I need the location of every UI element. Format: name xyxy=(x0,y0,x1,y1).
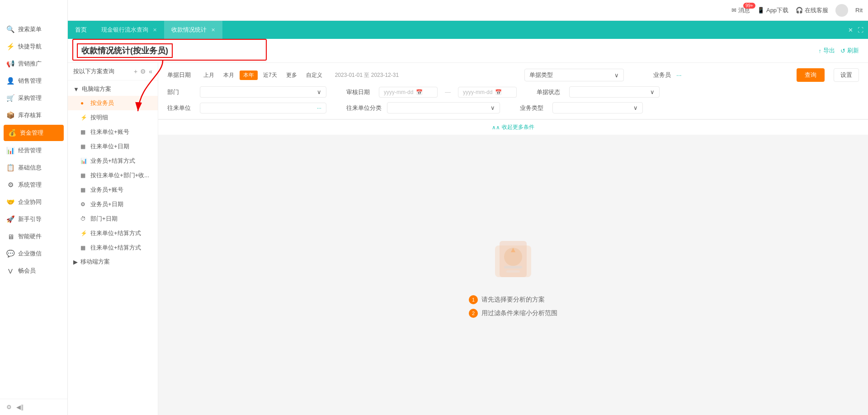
headset-icon: 🎧 xyxy=(796,7,803,14)
add-scheme-icon[interactable]: + xyxy=(134,68,137,75)
panel-header: 按以下方案查询 + ⚙ « xyxy=(68,63,158,80)
tab-home[interactable]: 首页 xyxy=(68,21,94,39)
sidebar-item-quick-nav[interactable]: ⚡快捷导航 xyxy=(0,38,67,55)
date-tab-this-year[interactable]: 本年 xyxy=(240,71,258,80)
date-tab-more[interactable]: 更多 xyxy=(283,71,301,80)
filter-row-1: 单据日期 上月 本月 本年 近7天 更多 自定义 2023-01-01 至 20… xyxy=(167,68,859,82)
sidebar-item-enterprise[interactable]: 🤝企业协同 xyxy=(0,193,67,211)
scheme-icon-9: ⚡ xyxy=(80,230,88,236)
expand-icon: ▼ xyxy=(73,86,79,93)
scheme-item-8[interactable]: ⏱部门+日期 xyxy=(68,212,158,226)
biz-type-label: 业务类型 xyxy=(520,104,547,112)
doc-type-chevron: ∨ xyxy=(614,72,619,79)
query-button[interactable]: 查询 xyxy=(797,68,825,82)
maximize-icon[interactable]: ⛶ xyxy=(858,27,863,33)
review-date-start[interactable]: yyyy-mm-dd 📅 xyxy=(379,87,438,98)
user-avatar[interactable] xyxy=(835,4,848,17)
sidebar-settings-icon[interactable]: ⚙ xyxy=(6,404,12,410)
scheme-item-5[interactable]: ▦按往来单位+部门+收... xyxy=(68,168,158,183)
tab-bar-right: ✕ ⛶ xyxy=(848,21,868,39)
refresh-icon: ↺ xyxy=(840,47,845,54)
sidebar-item-system[interactable]: ⚙系统管理 xyxy=(0,176,67,193)
sidebar-item-marketing[interactable]: 📢营销推广 xyxy=(0,55,67,72)
desktop-scheme-label: 电脑端方案 xyxy=(82,85,111,93)
search-menu-icon: 🔍 xyxy=(6,25,14,33)
message-action[interactable]: ✉ 消息 99+ xyxy=(731,6,750,14)
sidebar-item-basic-info[interactable]: 📋基础信息 xyxy=(0,159,67,176)
doc-status-select[interactable]: ∨ xyxy=(569,86,660,98)
collapse-bar[interactable]: ∧∧ 收起更多条件 xyxy=(158,119,868,135)
scheme-item-4[interactable]: 📊业务员+结算方式 xyxy=(68,154,158,168)
sidebar-item-wechat[interactable]: 💬企业微信 xyxy=(0,245,67,262)
staff-filter-label: 业务员 xyxy=(644,71,671,79)
capital-label: 资金管理 xyxy=(20,129,43,137)
filter-row-3: 往来单位 ··· 往来单位分类 ∨ 业务类型 ∨ xyxy=(167,102,859,113)
staff-more-icon[interactable]: ··· xyxy=(676,71,682,79)
sidebar-item-guide[interactable]: 🚀新手引导 xyxy=(0,211,67,228)
scheme-icon-3: ▦ xyxy=(80,143,88,150)
counterpart-type-label: 往来单位分类 xyxy=(346,104,382,112)
counterpart-more[interactable]: ··· xyxy=(317,105,321,111)
scheme-icon-2: ▦ xyxy=(80,129,88,135)
scheme-settings-icon[interactable]: ⚙ xyxy=(140,68,146,75)
enterprise-icon: 🤝 xyxy=(6,198,14,206)
collapse-label: 收起更多条件 xyxy=(502,123,534,131)
sidebar-item-purchase[interactable]: 🛒采购管理 xyxy=(0,90,67,107)
sidebar-collapse-icon[interactable]: ◀‖ xyxy=(16,404,24,410)
scheme-item-0[interactable]: ●按业务员 xyxy=(68,96,158,110)
sidebar-item-search-menu[interactable]: 🔍搜索菜单 xyxy=(0,21,67,38)
purchase-icon: 🛒 xyxy=(6,94,14,102)
top-bar: 6 畅捷通好生意 标准版 ✉ 消息 99+ 📱 App下载 🎧 在线客服 Rit xyxy=(0,0,868,21)
scheme-item-7[interactable]: ⚙业务员+日期 xyxy=(68,197,158,212)
dept-filter-label: 部门 xyxy=(167,88,194,96)
date-tab-this-month[interactable]: 本月 xyxy=(220,71,238,80)
sidebar-item-inventory[interactable]: 📦库存核算 xyxy=(0,107,67,124)
sidebar-bottom: ⚙ ◀‖ xyxy=(0,399,67,415)
scheme-icon-0: ● xyxy=(80,100,88,106)
settings-button[interactable]: 设置 xyxy=(834,68,859,82)
close-window-icon[interactable]: ✕ xyxy=(848,27,853,33)
quick-nav-label: 快捷导航 xyxy=(18,42,42,51)
review-date-end[interactable]: yyyy-mm-dd 📅 xyxy=(458,87,517,98)
operation-label: 经营管理 xyxy=(18,146,42,155)
online-service-action[interactable]: 🎧 在线客服 xyxy=(796,6,828,14)
scheme-item-2[interactable]: ▦往来单位+账号 xyxy=(68,125,158,139)
tab-cash-flow[interactable]: 现金银行流水查询 ✕ xyxy=(94,21,164,39)
sidebar-item-smart-hw[interactable]: 🖥智能硬件 xyxy=(0,228,67,245)
sidebar-item-sales[interactable]: 👤销售管理 xyxy=(0,72,67,90)
capital-icon: 💰 xyxy=(8,129,16,137)
scheme-label-2: 往来单位+账号 xyxy=(90,128,129,136)
panel-collapse-icon[interactable]: « xyxy=(149,68,152,75)
scheme-item-6[interactable]: ▦业务员+账号 xyxy=(68,183,158,197)
dept-select[interactable]: ∨ xyxy=(200,86,326,98)
counterpart-type-select[interactable]: ∨ xyxy=(387,102,500,113)
export-button[interactable]: ↑ 导出 xyxy=(819,47,835,55)
home-tab-label: 首页 xyxy=(75,26,87,34)
cash-flow-close-icon[interactable]: ✕ xyxy=(153,27,157,33)
scheme-icon-5: ▦ xyxy=(80,172,88,179)
scheme-item-3[interactable]: ▦往来单位+日期 xyxy=(68,139,158,154)
scheme-item-10[interactable]: ▦往来单位+结算方式 xyxy=(68,241,158,255)
tab-receipts[interactable]: 收款情况统计 ✕ xyxy=(164,21,222,39)
receipts-close-icon[interactable]: ✕ xyxy=(211,27,215,33)
sidebar-item-member[interactable]: V畅会员 xyxy=(0,262,67,279)
date-range-display: 2023-01-01 至 2023-12-31 xyxy=(335,71,399,79)
scheme-item-1[interactable]: ⚡按明细 xyxy=(68,110,158,125)
sidebar-item-capital[interactable]: 💰资金管理 xyxy=(4,125,64,141)
date-tab-custom[interactable]: 自定义 xyxy=(302,71,326,80)
status-chevron: ∨ xyxy=(650,89,655,95)
date-tab-7days[interactable]: 近7天 xyxy=(259,71,281,80)
guide-label: 新手引导 xyxy=(18,215,42,223)
desktop-scheme-group[interactable]: ▼ 电脑端方案 xyxy=(68,82,158,96)
biz-type-select[interactable]: ∨ xyxy=(552,102,643,113)
doc-type-select[interactable]: 单据类型 ∨ xyxy=(524,69,624,81)
refresh-button[interactable]: ↺ 刷新 xyxy=(840,47,859,55)
content-area: 按以下方案查询 + ⚙ « ▼ 电脑端方案 ●按业务员⚡按明细▦往来单位+账号▦… xyxy=(68,63,868,415)
sidebar-item-operation[interactable]: 📊经营管理 xyxy=(0,142,67,159)
counterpart-select[interactable]: ··· xyxy=(200,103,326,113)
basic-info-icon: 📋 xyxy=(6,164,14,172)
mobile-scheme-group[interactable]: ▶ 移动端方案 xyxy=(68,255,158,269)
scheme-item-9[interactable]: ⚡往来单位+结算方式 xyxy=(68,226,158,241)
app-download-action[interactable]: 📱 App下载 xyxy=(757,6,788,14)
date-tab-last-month[interactable]: 上月 xyxy=(200,71,218,80)
